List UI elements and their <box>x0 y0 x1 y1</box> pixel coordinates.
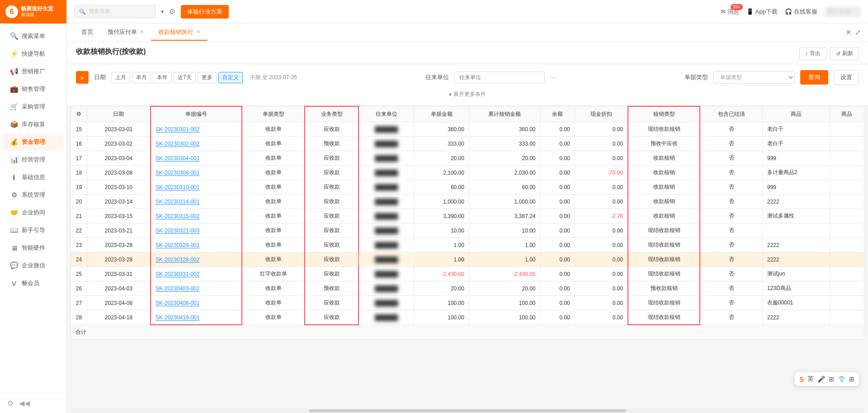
topbar-dropdown[interactable]: ▾ <box>161 9 164 15</box>
partner-filter-input[interactable] <box>454 71 545 83</box>
floating-mic-icon[interactable]: 🎤 <box>817 375 825 383</box>
filter-toggle-button[interactable]: » <box>76 71 89 84</box>
tab-home[interactable]: 首页 <box>74 24 100 41</box>
cell-voucher-no[interactable]: SK-20230403-002 <box>151 281 242 296</box>
cell-voucher-no[interactable]: SK-20230304-001 <box>151 151 242 166</box>
col-voucher-type: 单据类型 <box>242 106 305 122</box>
sidebar-item-资金管理[interactable]: 💰 资金管理 <box>3 133 64 151</box>
sidebar-item-库存核算[interactable]: 📦 库存核算 <box>3 116 64 133</box>
col-settings[interactable]: ⚙ <box>71 106 87 122</box>
topbar-gear-icon[interactable]: ⚙ <box>169 7 175 16</box>
sidebar-item-企业协同[interactable]: 🤝 企业协同 <box>3 204 64 221</box>
cell-goods: 衣服00001 <box>763 296 830 310</box>
collapse-icon[interactable]: ◀◀ <box>19 399 30 408</box>
settings-icon[interactable]: ⚙ <box>7 399 14 408</box>
cell-index: 15 <box>71 122 87 137</box>
cell-voucher-no[interactable]: SK-20230310-001 <box>151 180 242 195</box>
topbar-search-box[interactable]: 🔍 搜索菜单 <box>74 5 156 18</box>
query-button[interactable]: 查询 <box>800 70 828 85</box>
sidebar-item-畅会员[interactable]: V 畅会员 <box>3 275 64 292</box>
cell-biz-type: 应收款 <box>305 296 359 310</box>
page-header: 收款核销执行(按收款) ↑ 导出 ↺ 刷新 <box>67 42 868 64</box>
cell-voucher-no[interactable]: SK-20230331-002 <box>151 267 242 281</box>
sidebar-item-经营管理[interactable]: 📊 经营管理 <box>3 151 64 168</box>
col-offset-type: 核销类型 <box>628 106 700 122</box>
tab-close-window-icon[interactable]: ✕ <box>845 28 851 37</box>
floating-grid-icon[interactable]: ⊞ <box>849 375 854 383</box>
sidebar-item-新手引导[interactable]: 📖 新手引导 <box>3 222 64 239</box>
app-download-button[interactable]: 📱 App下载 <box>746 8 778 16</box>
this-month-btn[interactable]: 本月 <box>132 72 151 83</box>
cell-date: 2023-04-08 <box>87 296 151 310</box>
tab-expand-icon[interactable]: ⤢ <box>855 28 861 37</box>
sidebar-item-营销推广[interactable]: 📢 营销推广 <box>3 63 64 80</box>
cell-date: 2023-03-21 <box>87 223 151 238</box>
sidebar-icon-9: ⚙ <box>10 191 18 199</box>
page-title: 收款核销执行(按收款) <box>76 47 146 57</box>
voucher-type-label: 单据类型 <box>684 73 708 81</box>
cell-include-settled: 否 <box>700 195 762 209</box>
refresh-button[interactable]: ↺ 刷新 <box>830 47 859 60</box>
sidebar-item-快捷导航[interactable]: ⚡ 快捷导航 <box>3 45 64 62</box>
cell-voucher-no[interactable]: SK-20230308-001 <box>151 166 242 180</box>
cell-offset-type: 收款核销 <box>628 209 700 223</box>
horizontal-scrollbar[interactable] <box>71 408 864 413</box>
cell-voucher-type: 收款单 <box>242 180 305 195</box>
cell-goods: 多计量商品2 <box>763 166 830 180</box>
last-month-btn[interactable]: 上月 <box>111 72 130 83</box>
sidebar-item-销售管理[interactable]: 💼 销售管理 <box>3 81 64 98</box>
cell-voucher-no[interactable]: SK-20230328-002 <box>151 252 242 267</box>
headset-icon: 🎧 <box>785 8 792 15</box>
cell-voucher-no[interactable]: SK-20230328-001 <box>151 238 242 252</box>
col-balance: 余额 <box>540 106 575 122</box>
tab-close-prepaid[interactable]: ✕ <box>140 29 144 35</box>
cell-goods: 999 <box>763 180 830 195</box>
cell-index: 23 <box>71 238 87 252</box>
cell-voucher-no[interactable]: SK-20230302-002 <box>151 137 242 151</box>
custom-date-btn[interactable]: 自定义 <box>218 72 243 83</box>
cell-voucher-no[interactable]: SK-20230418-001 <box>151 310 242 325</box>
voucher-type-select[interactable]: 单据类型 <box>713 71 795 84</box>
table-row: 15 2023-03-01 SK-20230301-002 收款单 应收款 ██… <box>71 122 864 137</box>
cell-total-offset: 333.00 <box>469 137 540 151</box>
tab-collection-offset[interactable]: 收款核销执行 ✕ <box>151 24 208 41</box>
sidebar-item-基础信息[interactable]: ℹ 基础信息 <box>3 169 64 186</box>
settings-button[interactable]: 设置 <box>834 70 859 85</box>
message-button[interactable]: ✉ 消息 99+ <box>721 8 739 16</box>
this-year-btn[interactable]: 本年 <box>153 72 172 83</box>
cell-cash-discount: 0.00 <box>575 238 628 252</box>
cell-amount: 1,000.00 <box>414 195 469 209</box>
export-button[interactable]: ↑ 导出 <box>799 47 826 60</box>
solution-button[interactable]: 体验行业方案 <box>181 5 229 19</box>
floating-keyboard-icon[interactable]: ⊞ <box>829 375 834 383</box>
sidebar-item-采购管理[interactable]: 🛒 采购管理 <box>3 98 64 115</box>
sidebar-item-智能硬件[interactable]: 🖥 智能硬件 <box>3 239 64 256</box>
sidebar-label-5: 库存核算 <box>22 120 45 128</box>
cell-voucher-no[interactable]: SK-20230301-002 <box>151 122 242 137</box>
tab-prepaid[interactable]: 预付应付单 ✕ <box>100 24 151 41</box>
cell-cash-discount: -2.76 <box>575 209 628 223</box>
floating-shirt-icon[interactable]: 👕 <box>838 375 845 383</box>
last-7days-btn[interactable]: 近7天 <box>174 72 196 83</box>
cell-voucher-no[interactable]: SK-20230408-001 <box>151 296 242 310</box>
cell-voucher-no[interactable]: SK-20230321-003 <box>151 223 242 238</box>
sidebar-icon-1: ⚡ <box>10 50 18 58</box>
online-service-button[interactable]: 🎧 在线客服 <box>785 8 817 16</box>
table-row: 21 2023-03-15 SK-20230315-002 收款单 应收款 ██… <box>71 209 864 223</box>
sidebar-item-搜索菜单[interactable]: 🔍 搜索菜单 <box>3 28 64 45</box>
cell-cash-discount: 0.00 <box>575 252 628 267</box>
floating-text-label: 英 <box>807 375 814 383</box>
cell-voucher-no[interactable]: SK-20230314-001 <box>151 195 242 209</box>
filter-area: » 日期 上月 本月 本年 近7天 更多 自定义 不限 至 2023-07-26… <box>67 64 868 106</box>
sidebar-item-企业微信[interactable]: 💬 企业微信 <box>3 257 64 274</box>
tab-close-collection[interactable]: ✕ <box>196 29 200 35</box>
cell-goods2 <box>830 180 864 195</box>
col-amount: 单据金额 <box>414 106 469 122</box>
partner-filter-dots[interactable]: ··· <box>550 73 556 81</box>
more-date-btn[interactable]: 更多 <box>198 72 217 83</box>
cell-voucher-no[interactable]: SK-20230315-002 <box>151 209 242 223</box>
cell-index: 19 <box>71 180 87 195</box>
sidebar-item-系统管理[interactable]: ⚙ 系统管理 <box>3 186 64 204</box>
table-row: 27 2023-04-08 SK-20230408-001 收款单 应收款 ██… <box>71 296 864 310</box>
expand-more-conditions[interactable]: ▾ 展开更多条件 <box>76 89 859 100</box>
